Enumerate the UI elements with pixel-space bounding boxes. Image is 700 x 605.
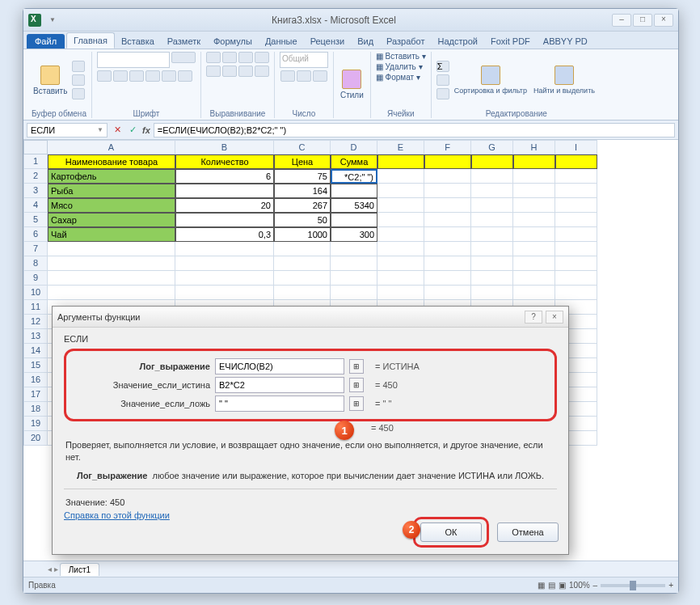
tab-formulas[interactable]: Формулы — [207, 34, 259, 49]
view-normal-icon[interactable]: ▦ — [538, 581, 545, 590]
cell[interactable]: 6 — [175, 169, 274, 184]
currency-icon[interactable] — [280, 70, 295, 82]
align-center-icon[interactable] — [222, 66, 237, 77]
cell[interactable] — [424, 227, 471, 242]
cell[interactable] — [555, 256, 597, 271]
cell[interactable] — [48, 242, 175, 256]
cell[interactable] — [555, 184, 597, 198]
row-header[interactable]: 16 — [23, 373, 48, 387]
cell[interactable]: Чай — [48, 227, 175, 242]
close-button[interactable]: × — [654, 14, 673, 27]
minimize-button[interactable]: – — [612, 14, 631, 27]
cell[interactable] — [175, 213, 274, 227]
row-header[interactable]: 1 — [23, 154, 48, 169]
row-header[interactable]: 6 — [23, 227, 48, 242]
tab-foxit[interactable]: Foxit PDF — [484, 34, 537, 49]
cell[interactable] — [424, 198, 471, 213]
cell[interactable]: 75 — [274, 169, 331, 184]
font-name-box[interactable] — [97, 52, 170, 68]
cell[interactable] — [471, 242, 513, 256]
font-color-icon[interactable] — [178, 70, 192, 82]
cell[interactable] — [424, 256, 471, 271]
cell[interactable]: Картофель — [48, 169, 175, 184]
name-box[interactable]: ЕСЛИ▼ — [27, 123, 108, 138]
bold-icon[interactable] — [97, 70, 112, 82]
wrap-icon[interactable] — [255, 52, 269, 63]
cell[interactable] — [471, 213, 513, 227]
cell[interactable] — [424, 154, 471, 169]
border-icon[interactable] — [145, 70, 160, 82]
number-format-box[interactable]: Общий — [280, 52, 328, 68]
find-select-button[interactable]: Найти и выделить — [532, 64, 597, 96]
row-header[interactable]: 9 — [23, 271, 48, 286]
cell[interactable] — [175, 184, 274, 198]
cell[interactable] — [377, 154, 424, 169]
cell[interactable]: Сахар — [48, 213, 175, 227]
sheet-tab[interactable]: Лист1 — [60, 563, 99, 576]
format-painter-icon[interactable] — [72, 88, 85, 99]
cell[interactable]: 300 — [331, 227, 377, 242]
cell[interactable]: 164 — [274, 184, 331, 198]
cell[interactable] — [471, 154, 513, 169]
cell[interactable] — [471, 256, 513, 271]
cell[interactable] — [424, 271, 471, 286]
row-header[interactable]: 20 — [23, 431, 48, 446]
cell[interactable] — [48, 286, 175, 300]
font-size-box[interactable] — [171, 52, 196, 63]
accept-formula-icon[interactable]: ✓ — [126, 125, 139, 135]
cell[interactable] — [555, 169, 597, 184]
arg3-input[interactable] — [215, 396, 344, 412]
cells-format[interactable]: ▦ Формат ▾ — [376, 73, 420, 82]
row-header[interactable]: 4 — [23, 198, 48, 213]
row-header[interactable]: 7 — [23, 242, 48, 256]
cell[interactable]: 0,3 — [175, 227, 274, 242]
cell[interactable] — [555, 227, 597, 242]
cell[interactable]: Цена — [274, 154, 331, 169]
cell[interactable] — [513, 169, 555, 184]
copy-icon[interactable] — [72, 74, 85, 86]
tab-developer[interactable]: Разработ — [380, 34, 431, 49]
align-right-icon[interactable] — [238, 66, 253, 77]
row-header[interactable]: 12 — [23, 315, 48, 329]
cell[interactable] — [513, 184, 555, 198]
dialog-title-bar[interactable]: Аргументы функции ? × — [53, 307, 568, 328]
cell[interactable] — [377, 271, 424, 286]
qat-dropdown-icon[interactable]: ▼ — [49, 16, 56, 23]
row-header[interactable]: 5 — [23, 213, 48, 227]
col-header-E[interactable]: E — [377, 140, 424, 154]
cell[interactable] — [331, 184, 377, 198]
cell[interactable] — [331, 256, 377, 271]
cell[interactable] — [555, 213, 597, 227]
paste-button[interactable]: Вставить — [32, 64, 69, 97]
row-header[interactable]: 14 — [23, 344, 48, 358]
autosum-icon[interactable]: Σ — [436, 61, 449, 72]
view-layout-icon[interactable]: ▤ — [548, 581, 555, 590]
cell[interactable]: 5340 — [331, 198, 377, 213]
cell[interactable] — [424, 169, 471, 184]
maximize-button[interactable]: □ — [633, 14, 652, 27]
cell[interactable] — [331, 271, 377, 286]
cell[interactable]: *C2;" ") — [331, 169, 377, 184]
cell[interactable] — [377, 227, 424, 242]
cell[interactable]: 50 — [274, 213, 331, 227]
cell[interactable] — [471, 286, 513, 300]
align-top-icon[interactable] — [206, 52, 221, 63]
cell[interactable] — [175, 271, 274, 286]
arg1-picker-icon[interactable]: ⊞ — [349, 359, 364, 374]
tab-review[interactable]: Рецензи — [304, 34, 352, 49]
dialog-close-icon[interactable]: × — [546, 311, 563, 324]
row-header[interactable]: 2 — [23, 169, 48, 184]
cell[interactable]: 20 — [175, 198, 274, 213]
cell[interactable]: Количество — [175, 154, 274, 169]
col-header-F[interactable]: F — [424, 140, 471, 154]
merge-icon[interactable] — [255, 66, 269, 77]
cell[interactable] — [513, 286, 555, 300]
cell[interactable] — [471, 198, 513, 213]
align-mid-icon[interactable] — [222, 52, 237, 63]
cell[interactable] — [513, 256, 555, 271]
cancel-formula-icon[interactable]: ✕ — [111, 125, 124, 135]
cell[interactable] — [513, 227, 555, 242]
zoom-slider[interactable] — [601, 584, 665, 587]
cells-delete[interactable]: ▦ Удалить ▾ — [376, 62, 423, 71]
tab-insert[interactable]: Вставка — [115, 34, 161, 49]
